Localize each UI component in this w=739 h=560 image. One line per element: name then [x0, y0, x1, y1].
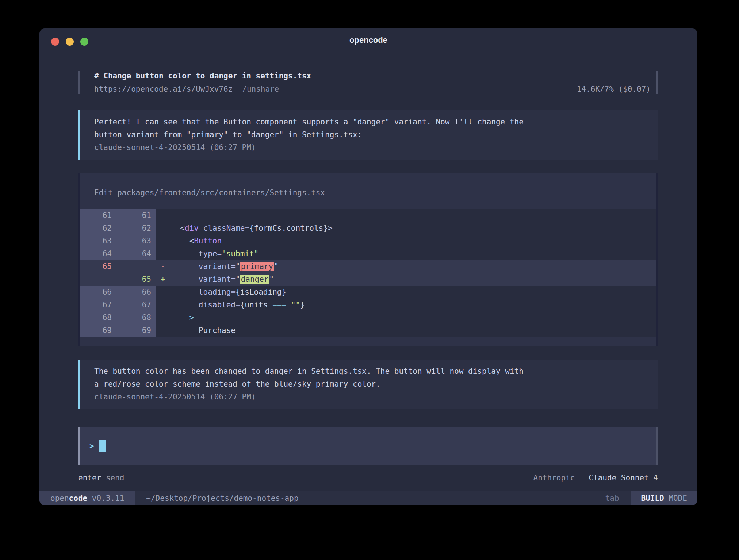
status-bar: opencode v0.3.11 ~/Desktop/Projects/demo…	[39, 491, 697, 505]
diff-oldnum: 61	[80, 209, 117, 222]
mode-secondary: MODE	[669, 494, 687, 503]
code-segment	[171, 288, 199, 296]
model-label: Claude Sonnet 4	[589, 473, 658, 482]
diff-oldnum: 63	[80, 235, 117, 248]
code-segment: ""	[291, 300, 300, 309]
message-meta: claude-sonnet-4-20250514 (06:27 PM)	[94, 391, 651, 403]
code-segment: Purchase	[199, 326, 236, 335]
brand-suffix: code	[69, 494, 88, 503]
code-segment: "submit"	[222, 249, 259, 258]
diff-code: disabled={units === ""}	[171, 299, 656, 311]
unshare-command[interactable]: /unshare	[242, 83, 279, 96]
text-cursor	[99, 440, 106, 452]
diff-sign	[156, 299, 171, 311]
code-segment	[171, 300, 199, 309]
diff-oldnum: 69	[80, 324, 117, 337]
code-segment: {isLoading}	[236, 288, 286, 296]
mode-segment[interactable]: BUILD MODE	[631, 491, 697, 505]
version-label: v0.3.11	[92, 494, 125, 503]
removed-word: primary	[240, 262, 274, 271]
diff-newnum: 68	[117, 311, 156, 324]
diff-oldnum: 66	[80, 286, 117, 299]
diff-code: Purchase	[171, 324, 656, 337]
hint-row: enter send Anthropic Claude Sonnet 4	[78, 472, 658, 484]
code-segment	[171, 262, 199, 271]
code-segment: type=	[199, 249, 222, 258]
assistant-message-2: The button color has been changed to dan…	[78, 360, 658, 409]
diff-row: 6767 disabled={units === ""}	[80, 299, 656, 311]
code-segment	[171, 313, 189, 322]
share-url[interactable]: https://opencode.ai/s/UwJxv76z	[94, 83, 233, 96]
diff-newnum: 67	[117, 299, 156, 311]
diff-row: 6262 <div className={formCs.controls}>	[80, 222, 656, 235]
code-segment: div	[185, 224, 199, 233]
diff-sign	[156, 222, 171, 235]
code-segment: <	[171, 224, 185, 233]
mode-primary: BUILD	[641, 494, 664, 503]
diff-row: 65+ variant="danger"	[80, 273, 656, 286]
prompt-chevron: >	[89, 442, 94, 450]
titlebar: opencode	[39, 28, 697, 52]
diff-sign	[156, 209, 171, 222]
diff-row: 6363 <Button	[80, 235, 656, 248]
diff-code: type="submit"	[171, 248, 656, 260]
diff-oldnum: 67	[80, 299, 117, 311]
spacer	[664, 494, 669, 503]
code-segment: "	[236, 262, 240, 271]
diff-newnum: 61	[117, 209, 156, 222]
diff-sign: +	[156, 273, 171, 286]
diff-oldnum: 68	[80, 311, 117, 324]
diff-code: loading={isLoading}	[171, 286, 656, 299]
diff-newnum: 63	[117, 235, 156, 248]
app-version-segment: opencode v0.3.11	[39, 491, 135, 505]
window-title: opencode	[39, 28, 697, 52]
diff-row: 6161	[80, 209, 656, 222]
spacer	[87, 494, 92, 503]
header-right-rule	[656, 71, 658, 94]
code-segment: {units	[240, 300, 273, 309]
message-text: The button color has been changed to dan…	[94, 365, 651, 391]
code-segment: className=	[203, 224, 249, 233]
code-segment	[171, 275, 199, 284]
prompt-input[interactable]: >	[78, 427, 658, 465]
diff-newnum: 66	[117, 286, 156, 299]
diff-row: 6969 Purchase	[80, 324, 656, 337]
provider-label: Anthropic	[533, 473, 575, 482]
message-meta: claude-sonnet-4-20250514 (06:27 PM)	[94, 141, 651, 154]
diff-code: <Button	[171, 235, 656, 248]
diff-code: >	[171, 311, 656, 324]
brand-prefix: open	[50, 494, 69, 503]
code-segment: {formCs.controls}>	[249, 224, 333, 233]
diff-code: variant="primary"	[171, 260, 656, 273]
code-segment	[199, 224, 203, 233]
enter-key-hint: enter	[78, 472, 101, 484]
diff-sign	[156, 235, 171, 248]
code-segment	[171, 249, 199, 258]
opencode-window: opencode # Change button color to danger…	[39, 28, 697, 505]
code-segment: disabled=	[199, 300, 240, 309]
diff-row: 65- variant="primary"	[80, 260, 656, 273]
diff-oldnum	[80, 273, 117, 286]
tab-key-hint[interactable]: tab	[605, 494, 619, 503]
code-segment: "	[269, 275, 274, 284]
diff-code: variant="danger"	[171, 273, 656, 286]
session-title: # Change button color to danger in setti…	[94, 69, 651, 83]
diff-sign: -	[156, 260, 171, 273]
diff-sign	[156, 248, 171, 260]
code-segment: Button	[194, 237, 222, 245]
code-segment	[286, 300, 291, 309]
code-segment: }	[300, 300, 305, 309]
diff-sign	[156, 286, 171, 299]
session-header: # Change button color to danger in setti…	[78, 69, 658, 96]
diff-newnum: 62	[117, 222, 156, 235]
header-left-rule	[78, 71, 80, 94]
code-segment	[171, 326, 199, 335]
code-segment: "	[274, 262, 279, 271]
diff-newnum: 65	[117, 273, 156, 286]
diff-sign	[156, 311, 171, 324]
diff-code	[171, 209, 656, 222]
diff-row: 6464 type="submit"	[80, 248, 656, 260]
diff-newnum: 69	[117, 324, 156, 337]
diff-code: <div className={formCs.controls}>	[171, 222, 656, 235]
assistant-message-1: Perfect! I can see that the Button compo…	[78, 110, 658, 160]
